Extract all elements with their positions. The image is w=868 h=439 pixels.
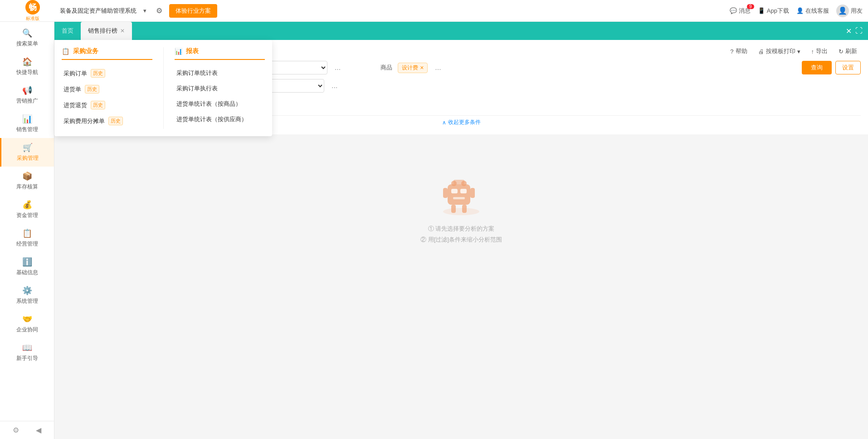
message-item[interactable]: 💬 消息 9 [730,7,751,15]
purchase-col: 📋 采购业务 采购订单 历史 进货单 历史 进货退货 历史 采购费用分摊单 历史 [54,47,160,129]
sidebar-item-quicknav[interactable]: 🏠 快捷导航 [0,52,54,81]
report-col-icon: 📊 [175,48,182,55]
purchase-order-stat-label: 采购订单统计表 [176,69,218,77]
title-dropdown-icon[interactable]: ▾ [140,6,149,15]
history-tag-4: 历史 [108,117,123,125]
status-ellipsis[interactable]: ... [333,64,342,72]
goods-ellipsis[interactable]: ... [433,64,443,72]
sidebar-label-inventory: 库存核算 [16,183,38,191]
top-bar: 畅 标准版 装备及固定资产辅助管理系统 ▾ ⚙ 体验行业方案 💬 消息 9 📱 … [0,0,868,22]
refresh-btn[interactable]: ↻ 刷新 [835,45,861,57]
report-col: 📊 报表 采购订单统计表 采购订单执行表 进货单统计表（按商品） 进货单统计表（… [167,47,273,129]
menu-item-purchase-order-stat[interactable]: 采购订单统计表 [175,65,265,81]
export-icon: ↑ [811,48,814,55]
sidebar-label-basicinfo: 基础信息 [16,269,38,276]
menu-item-purchase-receipt[interactable]: 进货单 历史 [62,81,152,97]
sidebar-item-capital[interactable]: 💰 资金管理 [0,195,54,224]
sidebar-item-cooperation[interactable]: 🤝 企业协同 [0,310,54,338]
menu-item-purchase-order-exec[interactable]: 采购订单执行表 [175,81,265,96]
svg-rect-11 [454,180,464,184]
sidebar-item-marketing[interactable]: 📢 营销推广 [0,81,54,109]
action-buttons: 查询 设置 [802,61,861,74]
system-settings-icon[interactable]: ⚙ [153,5,166,17]
history-tag-1: 历史 [91,69,105,78]
help-label: 帮助 [736,47,747,55]
sidebar-item-sales[interactable]: 📊 销售管理 [0,109,54,138]
menu-item-purchase-expense[interactable]: 采购费用分摊单 历史 [62,113,152,129]
empty-tip-1: ① 请先选择要分析的方案 [428,223,495,234]
settings-button[interactable]: 设置 [835,61,861,74]
toolbar-right: ? 帮助 🖨 按模板打印 ▾ ↑ 导出 ↻ 刷新 [727,45,861,57]
empty-tip-2: ② 用[过滤]条件来缩小分析范围 [420,234,502,245]
purchase-icon: 🛒 [23,143,33,153]
basicinfo-icon: ℹ️ [22,257,32,267]
purchase-order-exec-label: 采购订单执行表 [176,84,218,93]
tab-bar-actions: ✕ ⛶ [846,27,868,35]
sidebar-label-sales: 销售管理 [16,126,38,133]
purchase-expense-label: 采购费用分摊单 [63,117,105,125]
goods-label: 商品 [380,64,392,72]
query-button[interactable]: 查询 [802,61,832,74]
menu-item-receipt-stat-product[interactable]: 进货单统计表（按商品） [175,96,265,112]
marketing-icon: 📢 [22,85,32,95]
export-btn[interactable]: ↑ 导出 [808,45,832,57]
purchase-col-title: 📋 采购业务 [62,47,152,60]
capital-icon: 💰 [22,200,32,210]
menu-item-receipt-stat-supplier[interactable]: 进货单统计表（按供应商） [175,112,265,127]
app-download-label: App下载 [767,7,789,15]
receipt-stat-product-label: 进货单统计表（按商品） [176,100,241,108]
tab-home-label: 首页 [62,27,73,35]
sidebar-item-system[interactable]: ⚙️ 系统管理 [0,281,54,310]
svg-point-0 [443,208,479,215]
service-icon: 👤 [796,7,804,14]
sidebar-item-inventory[interactable]: 📦 库存核算 [0,167,54,195]
phone-icon: 📱 [758,7,765,14]
sidebar-item-search[interactable]: 🔍 搜索菜单 [0,24,54,52]
tab-sales-rank[interactable]: 销售排行榜 ✕ [81,22,132,40]
sales-icon: 📊 [22,114,32,124]
logo-area: 畅 标准版 [5,0,60,22]
sidebar-settings-icon[interactable]: ⚙ [13,426,19,434]
report-col-label: 报表 [186,47,199,55]
inventory-icon: 📦 [22,171,32,181]
menu-item-purchase-order[interactable]: 采购订单 历史 [62,65,152,81]
print-btn[interactable]: 🖨 按模板打印 ▾ [755,45,804,57]
print-dropdown-icon[interactable]: ▾ [797,48,800,55]
sidebar-item-purchase[interactable]: 🛒 采购管理 [0,138,54,167]
dropdown-menu: 📋 采购业务 采购订单 历史 进货单 历史 进货退货 历史 采购费用分摊单 历史 [54,40,272,136]
system-title-area: 装备及固定资产辅助管理系统 ▾ ⚙ 体验行业方案 [60,4,730,18]
empty-illustration [434,171,488,216]
svg-rect-5 [443,188,448,198]
logo-icon: 畅 [25,0,40,15]
svg-rect-6 [470,188,475,198]
svg-rect-2 [451,189,458,193]
message-icon: 💬 [730,7,737,14]
sidebar-item-guide[interactable]: 📖 新手引导 [0,338,54,367]
purchase-receipt-label: 进货单 [63,85,81,94]
sidebar-collapse-icon[interactable]: ◀ [36,426,41,434]
menu-item-purchase-return[interactable]: 进货退货 历史 [62,97,152,113]
system-title: 装备及固定资产辅助管理系统 [60,7,137,15]
industry-btn[interactable]: 体验行业方案 [169,4,217,18]
svg-rect-8 [462,205,467,213]
sidebar-label-purchase: 采购管理 [17,154,39,162]
goods-tag-remove[interactable]: × [420,64,424,71]
tab-home[interactable]: 首页 [54,22,81,40]
tab-expand-icon[interactable]: ⛶ [855,27,863,35]
app-download-item[interactable]: 📱 App下载 [758,7,789,15]
sidebar-bottom: ⚙ ◀ [0,421,54,439]
user-item[interactable]: 👤 用友 [836,5,863,17]
receipt-stat-supplier-label: 进货单统计表（按供应商） [176,115,247,123]
sidebar-item-operations[interactable]: 📋 经营管理 [0,224,54,252]
help-btn[interactable]: ? 帮助 [727,45,751,57]
tab-close-all-icon[interactable]: ✕ [846,27,852,35]
online-service-item[interactable]: 👤 在线客服 [796,7,829,15]
sidebar-label-operations: 经营管理 [16,240,38,248]
tab-close-icon[interactable]: ✕ [120,28,125,34]
message-badge: 9 [747,4,754,9]
system-icon: ⚙️ [22,286,32,296]
salesperson-ellipsis[interactable]: ... [330,82,339,90]
sidebar-item-basicinfo[interactable]: ℹ️ 基础信息 [0,252,54,281]
print-label: 按模板打印 [766,47,795,55]
purchase-col-icon: 📋 [62,48,69,55]
